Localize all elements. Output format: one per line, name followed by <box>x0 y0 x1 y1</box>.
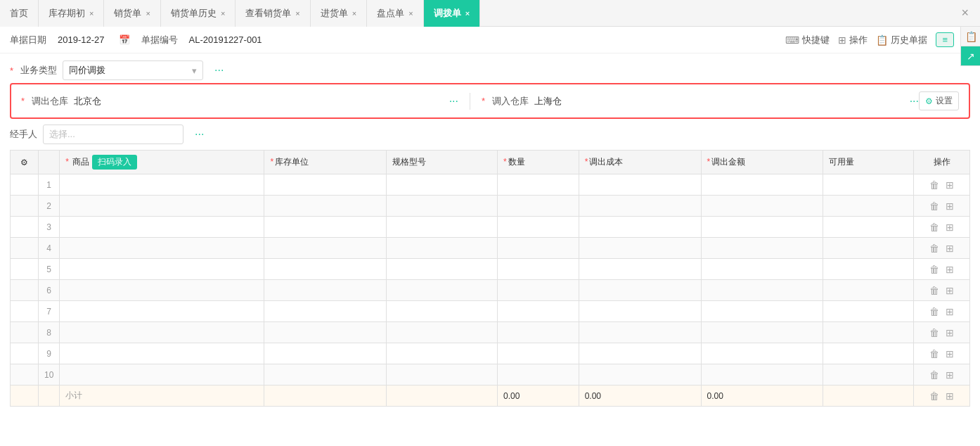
copy-icon[interactable]: ⊞ <box>946 390 954 402</box>
spec-cell[interactable] <box>387 386 498 407</box>
out-warehouse-more-icon[interactable]: ··· <box>449 95 458 108</box>
spec-cell[interactable] <box>387 322 498 343</box>
sidebar-notes-icon[interactable]: 📋 <box>961 27 980 46</box>
product-cell[interactable] <box>60 259 264 280</box>
cost-cell[interactable] <box>579 322 701 343</box>
sidebar-expand-icon[interactable]: ↗ <box>961 46 980 66</box>
cost-cell[interactable] <box>579 280 701 301</box>
handler-more-icon[interactable]: ··· <box>195 128 204 141</box>
copy-icon[interactable]: ⊞ <box>946 200 954 212</box>
quantity-cell[interactable] <box>498 322 579 343</box>
copy-icon[interactable]: ⊞ <box>946 369 954 381</box>
tab-stocktake[interactable]: 盘点单 × <box>367 0 423 27</box>
delete-icon[interactable]: 🗑 <box>929 264 939 275</box>
delete-icon[interactable]: 🗑 <box>929 348 939 359</box>
amount-cell[interactable] <box>701 238 823 259</box>
delete-icon[interactable]: 🗑 <box>929 285 939 296</box>
spec-cell[interactable] <box>387 280 498 301</box>
cost-cell[interactable] <box>579 174 701 196</box>
amount-cell[interactable] <box>701 196 823 217</box>
spec-cell[interactable] <box>387 301 498 322</box>
amount-cell[interactable] <box>701 322 823 343</box>
spec-cell[interactable] <box>387 217 498 238</box>
tab-sales-order[interactable]: 销货单 × <box>104 0 160 27</box>
copy-icon[interactable]: ⊞ <box>946 243 954 254</box>
quantity-cell[interactable] <box>498 259 579 280</box>
window-close-button[interactable]: × <box>955 6 974 20</box>
spec-cell[interactable] <box>387 364 498 386</box>
unit-cell[interactable] <box>264 280 387 301</box>
unit-cell[interactable] <box>264 259 387 280</box>
cost-cell[interactable]: 0.00 <box>579 386 701 407</box>
product-cell[interactable] <box>60 343 264 364</box>
unit-cell[interactable] <box>264 238 387 259</box>
available-cell[interactable] <box>823 217 914 238</box>
unit-cell[interactable] <box>264 386 387 407</box>
gear-header[interactable]: ⚙ <box>11 151 39 174</box>
available-cell[interactable] <box>823 259 914 280</box>
available-cell[interactable] <box>823 364 914 386</box>
operation-button[interactable]: ⊞ 操作 <box>838 34 868 46</box>
spec-cell[interactable] <box>387 259 498 280</box>
tab-close-sales-history[interactable]: × <box>221 9 225 18</box>
product-cell[interactable] <box>60 280 264 301</box>
delete-icon[interactable]: 🗑 <box>929 222 939 233</box>
spec-cell[interactable] <box>387 174 498 196</box>
calendar-icon[interactable]: 📅 <box>119 34 130 45</box>
unit-cell[interactable] <box>264 174 387 196</box>
scan-entry-button[interactable]: 扫码录入 <box>92 155 137 170</box>
product-cell[interactable] <box>60 174 264 196</box>
quantity-cell[interactable] <box>498 343 579 364</box>
available-cell[interactable] <box>823 174 914 196</box>
in-warehouse-more-icon[interactable]: ··· <box>910 95 919 108</box>
spec-cell[interactable] <box>387 343 498 364</box>
cost-cell[interactable] <box>579 217 701 238</box>
tab-close-sales-order[interactable]: × <box>146 9 150 18</box>
quantity-cell[interactable] <box>498 217 579 238</box>
delete-icon[interactable]: 🗑 <box>929 369 939 381</box>
tab-inventory-init[interactable]: 库存期初 × <box>39 0 104 27</box>
amount-cell[interactable] <box>701 174 823 196</box>
business-type-more-icon[interactable]: ··· <box>214 64 224 77</box>
shortcut-key-button[interactable]: ⌨ 快捷键 <box>785 34 830 46</box>
quantity-cell[interactable] <box>498 196 579 217</box>
amount-cell[interactable] <box>701 364 823 386</box>
product-cell[interactable] <box>60 238 264 259</box>
unit-cell[interactable] <box>264 343 387 364</box>
product-cell[interactable] <box>60 196 264 217</box>
copy-icon[interactable]: ⊞ <box>946 285 954 296</box>
copy-icon[interactable]: ⊞ <box>946 179 954 191</box>
amount-cell[interactable] <box>701 301 823 322</box>
available-cell[interactable] <box>823 301 914 322</box>
delete-icon[interactable]: 🗑 <box>929 200 939 212</box>
amount-cell[interactable] <box>701 259 823 280</box>
cost-cell[interactable] <box>579 364 701 386</box>
product-cell[interactable]: 小计 <box>60 386 264 407</box>
spec-cell[interactable] <box>387 196 498 217</box>
unit-cell[interactable] <box>264 217 387 238</box>
quantity-cell[interactable] <box>498 280 579 301</box>
copy-icon[interactable]: ⊞ <box>946 222 954 233</box>
amount-cell[interactable] <box>701 217 823 238</box>
amount-cell[interactable] <box>701 343 823 364</box>
product-cell[interactable] <box>60 301 264 322</box>
tab-close-inventory-init[interactable]: × <box>89 9 94 18</box>
available-cell[interactable] <box>823 238 914 259</box>
tab-close-transfer[interactable]: × <box>465 9 470 18</box>
unit-cell[interactable] <box>264 301 387 322</box>
delete-icon[interactable]: 🗑 <box>929 306 939 317</box>
delete-icon[interactable]: 🗑 <box>929 179 939 191</box>
tab-purchase[interactable]: 进货单 × <box>311 0 367 27</box>
copy-icon[interactable]: ⊞ <box>946 327 954 338</box>
copy-icon[interactable]: ⊞ <box>946 264 954 275</box>
delete-icon[interactable]: 🗑 <box>929 243 939 254</box>
available-cell[interactable] <box>823 196 914 217</box>
amount-cell[interactable]: 0.00 <box>701 386 823 407</box>
cost-cell[interactable] <box>579 238 701 259</box>
spec-cell[interactable] <box>387 238 498 259</box>
tab-view-sales[interactable]: 查看销货单 × <box>236 0 310 27</box>
quantity-cell[interactable] <box>498 301 579 322</box>
quantity-cell[interactable] <box>498 238 579 259</box>
copy-icon[interactable]: ⊞ <box>946 306 954 317</box>
tab-close-stocktake[interactable]: × <box>408 9 413 18</box>
